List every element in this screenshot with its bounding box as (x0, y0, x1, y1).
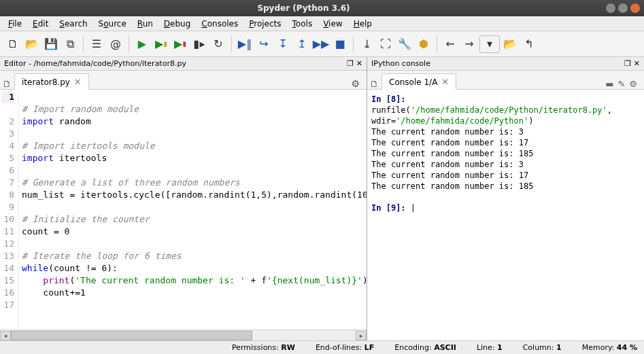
save-all-icon[interactable]: ⧉ (61, 35, 79, 53)
separator (83, 36, 84, 52)
menu-view[interactable]: View (318, 18, 348, 30)
gear-icon[interactable]: ⚙ (629, 79, 637, 89)
status-encoding: Encoding: ASCII (394, 343, 456, 352)
status-line: Line: 1 (477, 343, 503, 352)
editor-header: Editor - /home/fahmida/code/Python/itera… (0, 57, 367, 71)
debug-play-icon[interactable]: ▶‖ (236, 35, 254, 53)
new-file-icon[interactable]: 🗋 (4, 35, 22, 53)
status-eol: End-of-lines: LF (316, 343, 374, 352)
close-pane-icon[interactable]: ✕ (634, 59, 640, 68)
run-icon[interactable]: ▶ (133, 35, 151, 53)
tab-close-icon[interactable]: ✕ (74, 77, 82, 87)
menu-edit[interactable]: Edit (27, 18, 54, 30)
save-icon[interactable]: 💾 (42, 35, 60, 53)
close-pane-icon[interactable]: ✕ (356, 59, 362, 68)
interrupt-icon[interactable]: ▬ (605, 79, 613, 89)
scroll-thumb[interactable] (11, 331, 252, 340)
clear-icon[interactable]: ✎ (617, 79, 625, 89)
console-header: IPython console ❐ ✕ (367, 57, 644, 71)
wrench-icon[interactable]: 🔧 (396, 35, 413, 53)
python-icon[interactable]: ⬢ (415, 35, 433, 53)
at-icon[interactable]: @ (107, 35, 124, 53)
continue-icon[interactable]: ▶▶ (312, 35, 330, 53)
toolbar: 🗋 📂 💾 ⧉ ☰ @ ▶ ▶▮ ▶▮ ▮▸ ↻ ▶‖ ↪ ↧ ↥ ▶▶ ■ ⤓… (0, 31, 644, 57)
maximize-pane-icon[interactable]: ⛶ (377, 35, 394, 53)
gear-icon[interactable]: ⚙ (351, 78, 360, 89)
menu-debug[interactable]: Debug (158, 18, 196, 30)
menu-file[interactable]: File (3, 18, 27, 30)
status-column: Column: 1 (523, 343, 562, 352)
status-permissions: Permissions: RW (232, 343, 295, 352)
editor-tab[interactable]: iterator8.py ✕ (14, 73, 89, 90)
console-header-title: IPython console (371, 59, 624, 68)
editor-tab-label: iterator8.py (22, 77, 70, 87)
separator (129, 36, 129, 52)
main-area: Editor - /home/fahmida/code/Python/itera… (0, 57, 644, 340)
code-editor[interactable]: 1 2 3 4 5 6 7 8 9 10 11 12 13 14 15 16 1… (0, 90, 367, 330)
separator (231, 36, 232, 52)
minimize-icon[interactable] (606, 3, 615, 13)
menu-help[interactable]: Help (348, 18, 377, 30)
console-pane: IPython console ❐ ✕ 🗋 Console 1/A ✕ ▬ ✎ … (367, 57, 644, 340)
rerun-icon[interactable]: ↻ (209, 35, 227, 53)
step-over-icon[interactable]: ↪ (255, 35, 273, 53)
scroll-track[interactable] (11, 331, 356, 340)
menu-tools[interactable]: Tools (287, 18, 318, 30)
stop-icon[interactable]: ■ (331, 35, 349, 53)
statusbar: Permissions: RW End-of-lines: LF Encodin… (0, 340, 644, 354)
editor-tabs: 🗋 iterator8.py ✕ ⚙ (0, 71, 367, 90)
maximize-icon[interactable] (618, 3, 628, 13)
scroll-left-icon[interactable]: ◂ (0, 331, 11, 340)
file-list-icon[interactable]: 🗋 (3, 79, 12, 89)
close-icon[interactable] (630, 3, 640, 13)
window-title: Spyder (Python 3.6) (4, 3, 603, 13)
editor-pane: Editor - /home/fahmida/code/Python/itera… (0, 57, 367, 340)
step-out-icon[interactable]: ↥ (293, 35, 311, 53)
menu-run[interactable]: Run (132, 18, 158, 30)
editor-header-title: Editor - /home/fahmida/code/Python/itera… (4, 59, 347, 68)
undock-icon[interactable]: ❐ (347, 59, 354, 68)
console-output[interactable]: In [8]: runfile('/home/fahmida/code/Pyth… (367, 90, 644, 340)
browse-icon[interactable]: 📂 (501, 35, 519, 53)
line-gutter: 1 2 3 4 5 6 7 8 9 10 11 12 13 14 15 16 1… (0, 90, 19, 330)
code-area[interactable]: # Import random module import random # I… (19, 90, 367, 330)
open-file-icon[interactable]: 📂 (23, 35, 41, 53)
separator (353, 36, 354, 52)
cwd-dropdown[interactable]: ▾ (479, 35, 500, 53)
run-selection-icon[interactable]: ▮▸ (190, 35, 208, 53)
horizontal-scrollbar[interactable]: ◂ ▸ (0, 330, 367, 340)
window-titlebar: Spyder (Python 3.6) (0, 0, 644, 16)
separator (437, 36, 437, 52)
run-cell-icon[interactable]: ▶▮ (152, 35, 170, 53)
menu-projects[interactable]: Projects (243, 18, 286, 30)
status-memory: Memory: 44 % (582, 343, 637, 352)
outline-icon[interactable]: ☰ (88, 35, 105, 53)
step-into-icon[interactable]: ↧ (274, 35, 292, 53)
import-icon[interactable]: ⤓ (358, 35, 375, 53)
scroll-right-icon[interactable]: ▸ (356, 331, 367, 340)
menubar: File Edit Search Source Run Debug Consol… (0, 16, 644, 31)
forward-icon[interactable]: → (460, 35, 478, 53)
console-tab[interactable]: Console 1/A ✕ (382, 73, 456, 90)
console-tab-label: Console 1/A (389, 77, 437, 87)
menu-search[interactable]: Search (54, 18, 92, 30)
tab-close-icon[interactable]: ✕ (441, 77, 449, 87)
back-icon[interactable]: ← (441, 35, 459, 53)
console-tabs: 🗋 Console 1/A ✕ ▬ ✎ ⚙ (367, 71, 644, 90)
parent-dir-icon[interactable]: ↰ (520, 35, 538, 53)
console-list-icon[interactable]: 🗋 (370, 79, 379, 89)
run-cell-advance-icon[interactable]: ▶▮ (171, 35, 189, 53)
undock-icon[interactable]: ❐ (624, 59, 631, 68)
menu-source[interactable]: Source (93, 18, 132, 30)
menu-consoles[interactable]: Consoles (196, 18, 243, 30)
